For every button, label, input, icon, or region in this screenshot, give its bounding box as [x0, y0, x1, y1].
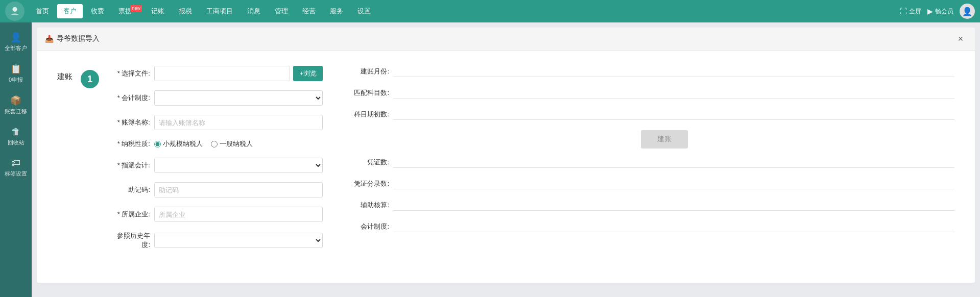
build-month-row: 建账月份:	[343, 66, 954, 77]
initial-balance-row: 科目期初数:	[343, 109, 954, 120]
aux-accounting-value	[393, 200, 954, 211]
build-month-label: 建账月份:	[343, 67, 389, 76]
user-avatar[interactable]: 👤	[960, 4, 975, 19]
initial-balance-value	[393, 109, 954, 120]
build-month-value	[393, 66, 954, 77]
company-row: * 所属企业:	[109, 207, 323, 222]
aux-accounting-label: 辅助核算:	[343, 201, 389, 210]
match-subjects-value	[393, 87, 954, 98]
step-label: 建账	[57, 72, 73, 82]
accounting-system-select[interactable]	[154, 90, 323, 106]
file-label: * 选择文件:	[109, 69, 150, 78]
fullscreen-icon: ⛶	[900, 7, 907, 15]
content-area: 📥 导爷数据导入 × 建账 1 * 选择文件:	[32, 22, 980, 297]
svg-point-0	[12, 7, 17, 12]
company-input[interactable]	[154, 207, 323, 222]
right-panel: 建账月份: 匹配科目数: 科目期初数: 建账 凭证数:	[343, 66, 954, 259]
sidebar-item-all-customers[interactable]: 👤 全部客户	[2, 28, 30, 56]
small-taxpayer-option[interactable]: 小规模纳税人	[154, 139, 203, 148]
accountant-select[interactable]	[154, 158, 323, 173]
fullscreen-btn[interactable]: ⛶ 全屏	[900, 7, 921, 16]
nav-bookkeeping[interactable]: 记账	[145, 4, 171, 18]
tags-icon: 🏷	[11, 158, 20, 168]
import-dialog: 📥 导爷数据导入 × 建账 1 * 选择文件:	[37, 28, 975, 283]
nav-fees[interactable]: 收费	[85, 4, 110, 18]
voucher-value	[393, 157, 954, 168]
nav-manage[interactable]: 管理	[269, 4, 294, 18]
all-customers-icon: 👤	[10, 32, 21, 43]
history-year-row: 参照历史年度:	[109, 231, 323, 250]
right-accounting-system-label: 会计制度:	[343, 222, 389, 231]
voucher-label: 凭证数:	[343, 158, 389, 167]
ledger-name-row: * 账簿名称:	[109, 115, 323, 130]
ledger-name-label: * 账簿名称:	[109, 118, 150, 127]
sidebar-item-tags[interactable]: 🏷 标签设置	[2, 154, 30, 182]
nav-invoices[interactable]: 票据 new	[112, 4, 143, 18]
dialog-close-button[interactable]: ×	[954, 33, 967, 45]
file-text-input[interactable]	[154, 66, 290, 81]
dialog-title: 📥 导爷数据导入	[45, 34, 100, 43]
sidebar: 👤 全部客户 📋 0申报 📦 账套迁移 🗑 回收站 🏷 标签设置	[0, 22, 32, 297]
history-year-select[interactable]	[154, 233, 323, 248]
file-row: * 选择文件: +浏览	[109, 66, 323, 81]
left-panel: 建账 1 * 选择文件: +浏览	[57, 66, 323, 259]
new-badge: new	[130, 5, 142, 12]
match-subjects-row: 匹配科目数:	[343, 87, 954, 98]
voucher-entries-label: 凭证分录数:	[343, 179, 389, 188]
nav-home[interactable]: 首页	[30, 4, 55, 18]
general-taxpayer-option[interactable]: 一般纳税人	[211, 139, 253, 148]
accounting-system-label: * 会计制度:	[109, 93, 150, 103]
form-section: * 选择文件: +浏览 * 会计制度:	[109, 66, 323, 259]
file-input-group: +浏览	[154, 66, 323, 81]
top-nav: 首页 客户 收费 票据 new 记账 报税 工商项目 消息 管理 经营 服务 设…	[0, 0, 980, 22]
logo[interactable]	[5, 2, 25, 21]
nav-business[interactable]: 工商项目	[200, 4, 239, 18]
general-taxpayer-radio[interactable]	[211, 141, 218, 147]
build-account-button[interactable]: 建账	[641, 130, 688, 148]
history-year-label: 参照历史年度:	[109, 231, 150, 250]
zero-declare-icon: 📋	[10, 63, 21, 75]
memo-label: 助记码:	[109, 185, 150, 194]
nav-service[interactable]: 服务	[324, 4, 349, 18]
right-accounting-system-row: 会计制度:	[343, 221, 954, 232]
browse-button[interactable]: +浏览	[293, 66, 323, 81]
main-layout: 👤 全部客户 📋 0申报 📦 账套迁移 🗑 回收站 🏷 标签设置 📥 导爷	[0, 22, 980, 297]
nav-customers[interactable]: 客户	[57, 4, 83, 18]
voucher-entries-row: 凭证分录数:	[343, 178, 954, 189]
tax-type-label: * 纳税性质:	[109, 139, 150, 148]
step-badge: 1	[81, 70, 99, 88]
nav-operation[interactable]: 经营	[296, 4, 322, 18]
ledger-name-input[interactable]	[154, 115, 323, 130]
match-subjects-label: 匹配科目数:	[343, 88, 389, 97]
memo-row: 助记码:	[109, 182, 323, 197]
initial-balance-label: 科目期初数:	[343, 110, 389, 119]
sidebar-item-migrate[interactable]: 📦 账套迁移	[2, 91, 30, 119]
nav-right: ⛶ 全屏 ▶ 畅会员 👤	[900, 4, 975, 19]
dialog-title-icon: 📥	[45, 35, 54, 43]
nav-message[interactable]: 消息	[241, 4, 267, 18]
aux-accounting-row: 辅助核算:	[343, 200, 954, 211]
vip-btn[interactable]: ▶ 畅会员	[927, 7, 953, 16]
accountant-label: * 指派会计:	[109, 161, 150, 170]
nav-tax[interactable]: 报税	[173, 4, 198, 18]
right-accounting-system-value	[393, 221, 954, 232]
dialog-header: 📥 导爷数据导入 ×	[37, 28, 975, 51]
migrate-icon: 📦	[10, 95, 21, 106]
accountant-row: * 指派会计:	[109, 158, 323, 173]
voucher-entries-value	[393, 178, 954, 189]
dialog-body: 建账 1 * 选择文件: +浏览	[37, 51, 975, 274]
nav-settings[interactable]: 设置	[351, 4, 377, 18]
voucher-row: 凭证数:	[343, 157, 954, 168]
company-label: * 所属企业:	[109, 210, 150, 219]
tax-type-radio-group: 小规模纳税人 一般纳税人	[154, 139, 323, 148]
vip-icon: ▶	[927, 7, 933, 15]
accounting-system-row: * 会计制度:	[109, 90, 323, 106]
recycle-icon: 🗑	[11, 127, 20, 137]
small-taxpayer-radio[interactable]	[154, 141, 161, 147]
nav-items: 首页 客户 收费 票据 new 记账 报税 工商项目 消息 管理 经营 服务 设…	[30, 4, 900, 18]
memo-input[interactable]	[154, 182, 323, 197]
sidebar-item-zero-declare[interactable]: 📋 0申报	[2, 59, 30, 88]
tax-type-row: * 纳税性质: 小规模纳税人 一般纳税人	[109, 139, 323, 148]
sidebar-item-recycle[interactable]: 🗑 回收站	[2, 122, 30, 151]
